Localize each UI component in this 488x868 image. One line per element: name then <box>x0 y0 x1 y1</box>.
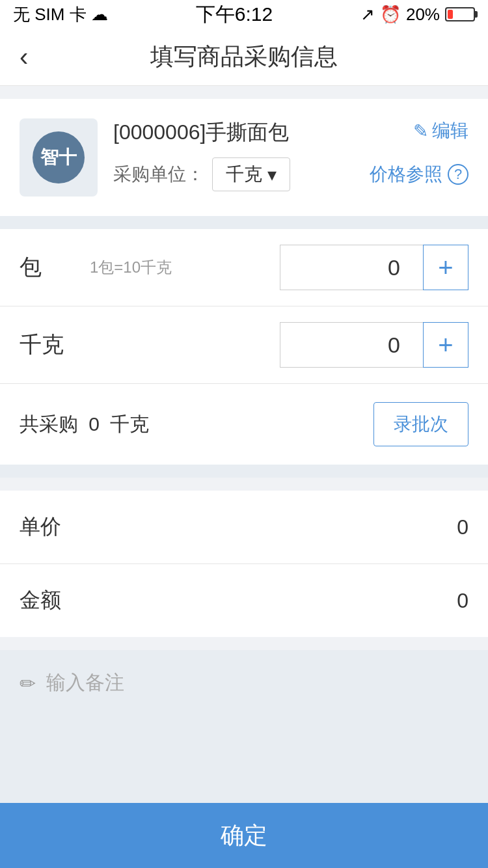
kg-label: 千克 <box>20 330 72 360</box>
product-logo: 智十 <box>33 131 85 183</box>
amount-value: 0 <box>457 589 468 613</box>
bao-input-row: 包 1包=10千克 + <box>0 229 488 306</box>
kg-input-wrap: + <box>280 322 468 368</box>
logo-text: 智十 <box>40 145 77 170</box>
price-ref-help-icon: ? <box>448 164 468 185</box>
unit-row: 采购单位： 千克 ▾ 价格参照 ? <box>113 157 468 191</box>
status-time: 下午6:12 <box>196 1 273 28</box>
section-divider-2 <box>0 465 488 478</box>
confirm-button[interactable]: 确定 <box>0 803 488 868</box>
unit-value: 千克 <box>226 162 262 187</box>
price-ref-button[interactable]: 价格参照 ? <box>370 162 468 187</box>
bao-plus-button[interactable]: + <box>423 245 468 290</box>
bao-input-wrap: + <box>280 245 468 290</box>
amount-row: 金额 0 <box>0 564 488 637</box>
batch-record-button[interactable]: 录批次 <box>373 402 468 446</box>
dropdown-icon: ▾ <box>267 164 277 185</box>
info-section: 单价 0 金额 0 <box>0 491 488 637</box>
status-left: 无 SIM 卡 ☁ <box>13 3 108 26</box>
remark-input[interactable]: 输入备注 <box>46 670 124 696</box>
total-row: 共采购 0 千克 录批次 <box>0 384 488 465</box>
product-card: 智十 [0000006]手撕面包 ✎ 编辑 采购单位： 千克 ▾ 价格参照 ? <box>0 99 488 216</box>
product-name-row: [0000006]手撕面包 ✎ 编辑 <box>113 118 468 147</box>
input-section: 包 1包=10千克 + 千克 + <box>0 229 488 384</box>
location-icon: ↗ <box>360 5 375 25</box>
product-image: 智十 <box>20 118 98 197</box>
total-text: 共采购 0 千克 <box>20 411 149 438</box>
price-ref-label: 价格参照 <box>370 162 442 187</box>
section-divider-1 <box>0 216 488 229</box>
product-info: [0000006]手撕面包 ✎ 编辑 采购单位： 千克 ▾ 价格参照 ? <box>113 118 468 191</box>
total-prefix: 共采购 <box>20 413 78 435</box>
edit-label: 编辑 <box>432 118 468 143</box>
kg-input[interactable] <box>280 322 423 368</box>
edit-icon: ✎ <box>413 120 428 142</box>
unit-select[interactable]: 千克 ▾ <box>212 157 290 191</box>
page-title: 填写商品采购信息 <box>150 41 338 73</box>
total-unit: 千克 <box>110 413 149 435</box>
back-button[interactable]: ‹ <box>20 42 41 72</box>
status-right: ↗ ⏰ 20% <box>360 5 475 25</box>
battery-percent: 20% <box>406 5 440 25</box>
kg-plus-button[interactable]: + <box>423 322 468 368</box>
alarm-icon: ⏰ <box>380 5 401 25</box>
edit-button[interactable]: ✎ 编辑 <box>413 118 468 143</box>
product-name: [0000006]手撕面包 <box>113 118 289 147</box>
bao-label: 包 <box>20 252 72 282</box>
unit-price-label: 单价 <box>20 513 61 541</box>
kg-input-row: 千克 + <box>0 306 488 384</box>
status-bar: 无 SIM 卡 ☁ 下午6:12 ↗ ⏰ 20% <box>0 0 488 29</box>
sim-label: 无 SIM 卡 ☁ <box>13 3 108 26</box>
total-amount: 0 <box>88 413 100 435</box>
battery-icon <box>445 7 475 21</box>
unit-label: 采购单位： <box>113 162 204 187</box>
amount-label: 金额 <box>20 586 61 615</box>
bao-input[interactable] <box>280 245 423 290</box>
unit-price-row: 单价 0 <box>0 491 488 564</box>
bao-sublabel: 1包=10千克 <box>90 257 172 278</box>
unit-price-value: 0 <box>457 515 468 539</box>
nav-bar: ‹ 填写商品采购信息 <box>0 29 488 86</box>
pencil-icon: ✏ <box>20 672 36 695</box>
